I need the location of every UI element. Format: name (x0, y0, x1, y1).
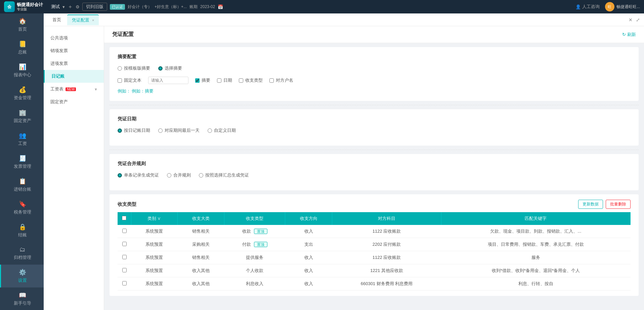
top-bar: 会 畅捷通好会计 专业版 测试 ▾ ＋ ⚙ 切到旧版 已认证 好会计（专） +好… (0, 0, 644, 13)
row-sub-type: 个人收款 (224, 264, 285, 277)
checkbox-pay-type[interactable]: 收支类型 (239, 77, 263, 83)
table-section-title: 收支类型 (118, 201, 136, 207)
user-service-button[interactable]: 👤 人工咨询 (575, 4, 600, 10)
row-checkbox[interactable] (122, 281, 127, 285)
user-info[interactable]: 旺 畅捷通旺旺... (605, 2, 640, 11)
radio-single-record[interactable]: 单条记录生成凭证 (118, 172, 159, 178)
row-keywords: 欠款、现金、项目款、到款、报销款、汇入、... (441, 225, 630, 238)
left-nav-item-sales-invoice[interactable]: 销项发票 (44, 44, 104, 57)
radio-custom-date-label: 自定义日期 (214, 127, 236, 133)
select-all-checkbox[interactable] (122, 216, 126, 220)
window-expand-button[interactable]: ⤢ (636, 17, 640, 23)
user-name: 畅捷通旺旺... (616, 4, 640, 10)
sidebar-item-purchase-sales[interactable]: 📋 进销台账 (0, 173, 44, 196)
payroll-icon: 👥 (19, 132, 26, 139)
batch-delete-button[interactable]: 批量删除 (606, 200, 631, 209)
row-main-type: 收入其他 (177, 264, 224, 277)
left-nav: 公共选项 销项发票 进项发票 日记账 工资表 NEW ▾ 固定资产 (44, 26, 104, 310)
radio-period-last[interactable]: 对应期间最后一天 (158, 127, 200, 133)
radio-template-summary[interactable]: 按模板版摘要 (118, 65, 150, 71)
row-main-type: 收入其他 (177, 277, 224, 290)
invoice-icon: 🧾 (19, 155, 26, 162)
calendar-icon[interactable]: 📅 (218, 4, 223, 9)
sidebar-item-fund-mgmt[interactable]: 💰 资金管理 (0, 82, 44, 105)
top-bar-right: 👤 人工咨询 旺 畅捷通旺旺... (575, 2, 640, 11)
pin-top-tag[interactable]: 置顶 (254, 229, 267, 234)
sidebar-item-archive[interactable]: 🗂 归档管理 (0, 242, 44, 265)
left-nav-item-public[interactable]: 公共选项 (44, 32, 104, 44)
sidebar-item-newbie[interactable]: 📖 新手引导 (0, 287, 44, 310)
switch-old-version-button[interactable]: 切到旧版 (82, 3, 107, 11)
sidebar-label-home: 首页 (18, 26, 27, 32)
tab-voucher-config-label: 凭证配置 (72, 17, 89, 23)
row-category: 系统预置 (131, 225, 177, 238)
refresh-button[interactable]: ↻ 刷新 (622, 32, 636, 38)
row-subject: 1122 应收账款 (332, 251, 441, 264)
checkbox-counterparty[interactable]: 对方户名 (269, 77, 293, 83)
sidebar-item-closing[interactable]: 🔒 结账 (0, 219, 44, 242)
app-name: 畅捷通好会计 (17, 2, 43, 7)
sidebar-item-home[interactable]: 🏠 首页 (0, 13, 44, 36)
divider-2 (110, 150, 639, 150)
tab-close-icon[interactable]: × (92, 18, 94, 22)
add-icon[interactable]: ＋ (68, 3, 73, 10)
sidebar-item-invoice-mgmt[interactable]: 🧾 发票管理 (0, 151, 44, 173)
left-nav-item-payroll[interactable]: 工资表 NEW ▾ (44, 83, 104, 95)
summary-radio-group: 按模板版摘要 选择摘要 (118, 65, 631, 71)
row-checkbox[interactable] (122, 255, 127, 259)
sidebar-label-assets: 固定资产 (14, 118, 31, 124)
fund-icon: 💰 (19, 86, 26, 93)
tab-home[interactable]: 首页 (48, 15, 66, 25)
report-icon: 📊 (19, 63, 26, 71)
service-icon: 👤 (575, 4, 581, 9)
table-row: 系统预置 销售相关 提供服务 收入 1122 应收账款 服务 (118, 251, 631, 264)
left-nav-item-fixed-assets[interactable]: 固定资产 (44, 95, 104, 108)
table-row: 系统预置 采购相关 付款 置顶 支出 2202 应付账款 项目、日常费用、报销款… (118, 238, 631, 251)
left-nav-label-fixed-assets: 固定资产 (50, 99, 68, 105)
counterparty-label: 对方户名 (276, 77, 293, 83)
sidebar-item-settings[interactable]: ⚙️ 设置 (0, 265, 44, 287)
content-area: 首页 凭证配置 × ✕ ⤢ 公共选项 销项发票 进项发 (44, 13, 644, 310)
main-layout: 🏠 首页 📒 总账 📊 报表中心 💰 资金管理 🏢 固定资产 👥 工资 🧾 发票… (0, 13, 644, 310)
radio-journal-date[interactable]: 按日记账日期 (118, 127, 150, 133)
period-label: 账期 (189, 4, 198, 10)
row-checkbox[interactable] (122, 242, 127, 246)
voucher-date-title: 凭证日期 (118, 116, 631, 122)
radio-total-generate[interactable]: 按照选择汇总生成凭证 (199, 172, 249, 178)
radio-select-summary[interactable]: 选择摘要 (158, 65, 182, 71)
settings-icon[interactable]: ⚙ (76, 4, 80, 9)
row-subject: 1221 其他应收款 (332, 264, 441, 277)
radio-custom-date[interactable]: 自定义日期 (208, 127, 236, 133)
dropdown-icon[interactable]: ▾ (62, 4, 65, 9)
income-expense-table: 类别 ∨ 收支大类 收支类型 收支方向 对方科目 匹配关键字 (118, 212, 631, 290)
row-checkbox[interactable] (122, 229, 127, 233)
update-data-button[interactable]: 更新数据 (578, 200, 603, 209)
row-keywords: 服务 (441, 251, 630, 264)
sidebar-label-purchase: 进销台账 (14, 186, 31, 192)
radio-merge-rule[interactable]: 合并规则 (167, 172, 191, 178)
col-category[interactable]: 类别 ∨ (131, 212, 177, 225)
row-checkbox[interactable] (122, 268, 127, 272)
window-close-button[interactable]: ✕ (629, 17, 633, 23)
sidebar-item-report-center[interactable]: 📊 报表中心 (0, 59, 44, 82)
merge-rules-radio-group: 单条记录生成凭证 合并规则 按照选择汇总生成凭证 (118, 172, 631, 178)
pin-top-tag[interactable]: 置顶 (254, 242, 267, 247)
sidebar-label-fund: 资金管理 (14, 95, 31, 101)
tab-bar: 首页 凭证配置 × ✕ ⤢ (44, 13, 644, 26)
checkbox-summary[interactable]: 摘要 (195, 77, 210, 83)
sidebar-item-payroll[interactable]: 👥 工资 (0, 128, 44, 151)
sidebar-item-fixed-assets[interactable]: 🏢 固定资产 (0, 105, 44, 128)
left-nav-label-purchase-inv: 进项发票 (50, 61, 68, 67)
fixed-text-input[interactable] (148, 77, 188, 84)
good-acct-tag: 好会计（专） (128, 4, 152, 10)
sidebar-item-tax-mgmt[interactable]: 🔖 税务管理 (0, 196, 44, 219)
tab-voucher-config[interactable]: 凭证配置 × (67, 14, 99, 25)
sidebar-item-general-ledger[interactable]: 📒 总账 (0, 36, 44, 59)
radio-single-label: 单条记录生成凭证 (124, 172, 159, 178)
left-nav-item-journal[interactable]: 日记账 (44, 70, 104, 83)
left-nav-label-payroll: 工资表 (50, 86, 63, 92)
checkbox-fixed-text[interactable]: 固定文本 (118, 77, 141, 83)
checkbox-date[interactable]: 日期 (217, 77, 232, 83)
radio-select-label: 选择摘要 (165, 65, 182, 71)
left-nav-item-purchase-invoice[interactable]: 进项发票 (44, 57, 104, 70)
